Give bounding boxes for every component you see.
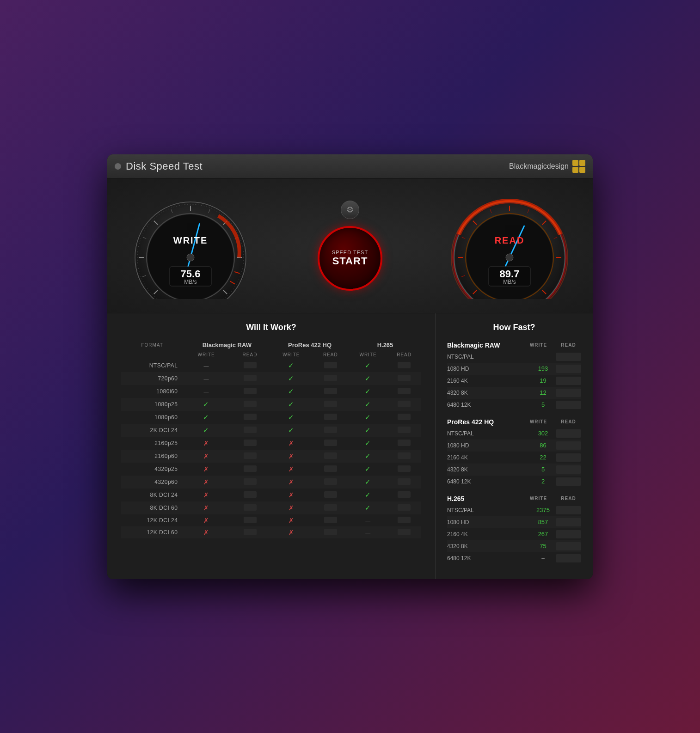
hf-row: NTSC/PAL 302 [447,428,581,440]
hf-write-col-label: WRITE [526,419,551,424]
h265-write: ✓ [349,411,387,424]
empty-cell [324,401,337,407]
table-row: NTSC/PAL — ✓ ✓ [121,359,421,372]
prores-write: ✗ [270,437,312,450]
h265-write: ✓ [349,424,387,437]
hf-read-value [556,530,581,538]
hf-read-value [556,365,581,373]
h265-write: ✓ [349,359,387,372]
h265-read [387,398,421,411]
prores-write: ✓ [270,411,312,424]
hf-format: 6480 12K [447,555,530,562]
how-fast-content: Blackmagic RAW WRITE READ NTSC/PAL – 108… [447,340,581,564]
hf-write-value: 2375 [530,507,556,513]
speed-test-button[interactable]: SPEED TEST START [318,226,382,291]
hf-format: NTSC/PAL [447,507,530,513]
hf-write-value: 5 [530,401,556,408]
h265-write: ✓ [349,489,387,501]
prores-read [312,489,349,501]
empty-cell [398,491,411,498]
hf-row: 1080 HD 193 [447,363,581,375]
brand-name: Blackmagicdesign [509,162,569,171]
empty-cell [244,401,257,407]
bmraw-write: ✗ [183,463,229,476]
bmraw-read [229,359,270,372]
hf-group-title: Blackmagic RAW WRITE READ [447,340,581,351]
format-name: 1080p25 [121,398,183,411]
hf-read-value [556,477,581,486]
hf-row: 2160 4K 19 [447,375,581,387]
format-name: 12K DCI 60 [121,526,183,538]
bmraw-write: ✓ [183,424,229,437]
cross-mark: ✗ [203,504,209,512]
brand: Blackmagicdesign [509,160,585,173]
svg-point-23 [187,254,194,261]
bmraw-write: ✗ [183,514,229,526]
hf-group-0: Blackmagic RAW WRITE READ NTSC/PAL – 108… [447,340,581,411]
check-mark: ✓ [203,426,209,434]
bmraw-write: ✓ [183,411,229,424]
bmraw-write: ✗ [183,476,229,489]
speed-test-label: SPEED TEST [332,250,368,255]
brand-logo [572,160,585,173]
h265-read [387,411,421,424]
dash-mark: — [203,389,209,394]
write-col-1: WRITE [183,350,229,359]
bmraw-read [229,437,270,450]
how-fast-section: How Fast? Blackmagic RAW WRITE READ NTSC… [436,313,593,579]
h265-read [387,437,421,450]
empty-cell [398,362,411,368]
h265-write: ✓ [349,398,387,411]
cross-mark: ✗ [289,529,295,536]
hf-format: 2160 4K [447,378,530,384]
settings-button[interactable]: ⚙ [341,201,359,219]
empty-cell [398,529,411,535]
table-row: 2K DCI 24 ✓ ✓ ✓ [121,424,421,437]
empty-cell [244,517,257,523]
empty-cell [398,401,411,407]
hf-write-value: 857 [530,519,556,525]
prores-write: ✓ [270,398,312,411]
hf-write-value: 22 [530,454,556,461]
cross-mark: ✗ [289,517,295,524]
prores-write: ✓ [270,424,312,437]
hf-read-value [556,542,581,550]
h265-read [387,514,421,526]
cross-mark: ✗ [289,452,295,460]
check-mark: ✓ [288,374,295,382]
empty-cell [398,504,411,511]
empty-cell [398,465,411,472]
hf-row: 6480 12K 5 [447,399,581,411]
bmraw-write: ✗ [183,437,229,450]
table-sub-header-row: WRITE READ WRITE READ WRITE READ [121,350,421,359]
close-button[interactable] [115,163,121,170]
svg-text:MB/s: MB/s [503,279,516,285]
hf-read-value [556,518,581,526]
hf-write-dash: – [530,354,556,360]
bmraw-header: Blackmagic RAW [183,340,270,350]
empty-cell [324,478,337,485]
hf-row: 2160 4K 267 [447,528,581,540]
bmraw-read [229,526,270,538]
empty-cell [324,504,337,511]
cross-mark: ✗ [203,440,209,447]
hf-write-col-label: WRITE [526,342,551,348]
bmraw-read [229,450,270,463]
dash-mark: — [365,518,371,523]
h265-read [387,463,421,476]
check-mark: ✓ [365,491,371,499]
empty-cell [244,427,257,433]
prores-read [312,411,349,424]
dash-mark: — [365,530,371,535]
hf-format: 2160 4K [447,531,530,538]
how-fast-title: How Fast? [447,323,581,332]
prores-read [312,372,349,385]
cross-mark: ✗ [289,440,295,447]
format-name: 8K DCI 60 [121,501,183,514]
hf-format: NTSC/PAL [447,354,530,360]
empty-cell [398,414,411,420]
empty-cell [244,491,257,498]
prores-read [312,385,349,398]
check-mark: ✓ [365,400,371,408]
table-row: 2160p60 ✗ ✗ ✓ [121,450,421,463]
